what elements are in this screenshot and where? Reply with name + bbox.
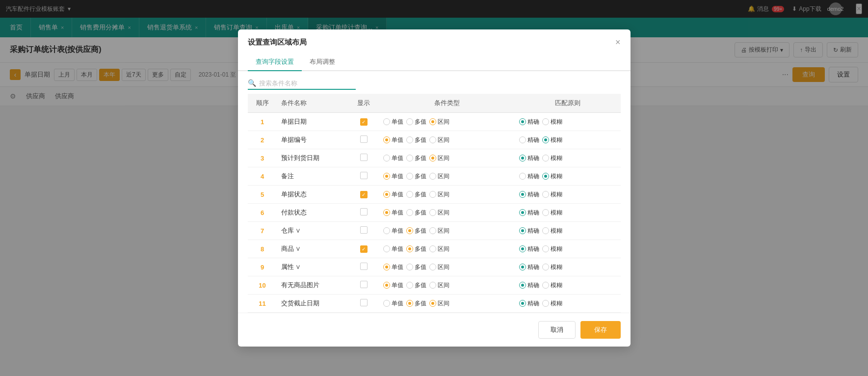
modal-overlay: 设置查询区域布局 × 查询字段设置 布局调整 🔍 顺序 bbox=[0, 0, 868, 106]
modal-search-area: 🔍 bbox=[238, 71, 631, 94]
th-condition-type: 条件类型 bbox=[379, 94, 515, 106]
modal-tab-layout[interactable]: 布局调整 bbox=[302, 54, 343, 71]
th-condition-name: 条件名称 bbox=[277, 94, 348, 106]
modal-table: 顺序 条件名称 显示 条件类型 匹配原则 1单据日期单值多值区间精确模糊2单据编… bbox=[248, 94, 621, 106]
modal-tabs: 查询字段设置 布局调整 bbox=[238, 48, 631, 71]
search-icon: 🔍 bbox=[248, 79, 256, 87]
modal-header: 设置查询区域布局 × bbox=[238, 29, 631, 48]
modal-table-wrap: 顺序 条件名称 显示 条件类型 匹配原则 1单据日期单值多值区间精确模糊2单据编… bbox=[238, 94, 631, 106]
th-match-rule: 匹配原则 bbox=[515, 94, 621, 106]
modal-dialog: 设置查询区域布局 × 查询字段设置 布局调整 🔍 顺序 bbox=[238, 29, 631, 106]
th-order: 顺序 bbox=[248, 94, 277, 106]
table-header-row: 顺序 条件名称 显示 条件类型 匹配原则 bbox=[248, 94, 621, 106]
th-display: 显示 bbox=[348, 94, 379, 106]
modal-tab-query-fields[interactable]: 查询字段设置 bbox=[248, 54, 302, 71]
search-input[interactable] bbox=[259, 80, 347, 87]
search-wrap: 🔍 bbox=[248, 77, 356, 90]
modal-title: 设置查询区域布局 bbox=[248, 38, 307, 47]
modal-close-btn[interactable]: × bbox=[615, 37, 621, 48]
